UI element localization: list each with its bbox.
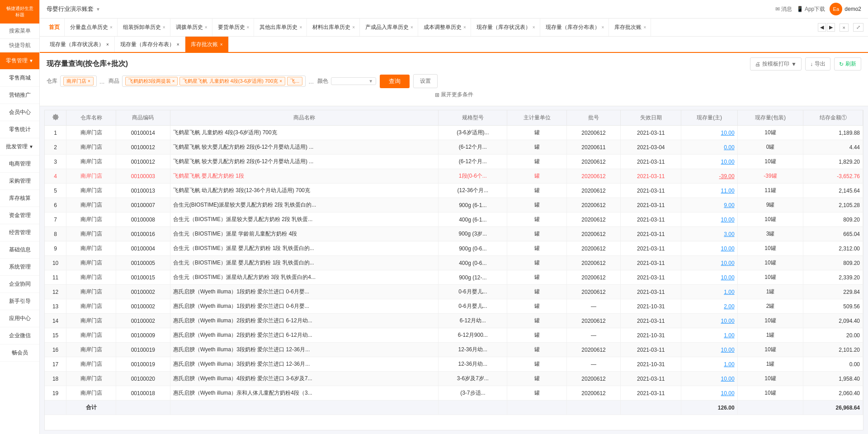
refresh-button[interactable]: ↻ 刷新 — [834, 57, 861, 71]
sidebar-item-营销推广[interactable]: 营销推广 — [0, 87, 39, 104]
qty-link[interactable]: 10.00 — [721, 130, 735, 136]
sidebar-item-应用中心[interactable]: 应用中心 — [0, 310, 39, 327]
table-cell-8[interactable]: 10.00 — [681, 155, 737, 169]
qty-link[interactable]: 10.00 — [721, 260, 735, 266]
sidebar-item-电商管理[interactable]: 电商管理 — [0, 156, 39, 173]
tab-close-icon[interactable]: × — [163, 25, 165, 30]
sidebar-item-采购管理[interactable]: 采购管理 — [0, 173, 39, 190]
top-tab-2[interactable]: 组装拆卸单历史× — [118, 19, 170, 37]
close-all-tabs-button[interactable]: × — [840, 24, 849, 32]
qty-link[interactable]: 9.00 — [724, 202, 734, 208]
qty-link[interactable]: 10.00 — [721, 159, 735, 165]
qty-link[interactable]: 0.00 — [724, 144, 734, 151]
top-tab-7[interactable]: 产成品入库单历史× — [361, 19, 418, 37]
sidebar-item-库存核算[interactable]: 库存核算 — [0, 190, 39, 207]
sidebar-item-零售商城[interactable]: 零售商城 — [0, 70, 39, 87]
warehouse-tag-remove[interactable]: × — [88, 79, 90, 84]
query-button[interactable]: 查询 — [380, 75, 410, 88]
export-button[interactable]: ↓ 导出 — [805, 57, 830, 71]
qty-link[interactable]: 10.00 — [721, 245, 735, 252]
warehouse-filter-input[interactable]: 南岸门店 × — [60, 75, 97, 87]
qty-link[interactable]: -39.00 — [719, 173, 735, 179]
color-filter-input[interactable]: ▼ — [331, 77, 376, 85]
qty-link[interactable]: 10.00 — [721, 274, 735, 281]
table-cell-8[interactable]: 10.00 — [681, 126, 737, 140]
tab-close-icon[interactable]: × — [352, 25, 355, 30]
sidebar-item-新手引导[interactable]: 新手引导 — [0, 293, 39, 310]
qty-link[interactable]: 1.00 — [724, 332, 734, 339]
sub-tab-1[interactable]: 现存量（库存分布表）× — [115, 37, 185, 52]
print-button[interactable]: 🖨 按模板打印 ▼ — [750, 57, 802, 71]
sidebar-search[interactable]: 搜索菜单 — [0, 24, 39, 39]
tab-close-icon[interactable]: × — [410, 25, 413, 30]
maximize-button[interactable]: ⤢ — [853, 23, 863, 32]
qty-link[interactable]: 2.00 — [724, 303, 734, 310]
product-filter-more[interactable]: ... — [308, 78, 314, 85]
table-cell-8[interactable]: 1.00 — [681, 285, 737, 299]
product-tag-remove[interactable]: × — [279, 79, 282, 84]
app-download-button[interactable]: 📱 App下载 — [797, 5, 825, 13]
tab-close-icon[interactable]: × — [463, 25, 466, 30]
tab-close-icon[interactable]: × — [205, 25, 208, 30]
sidebar-item-零售统计[interactable]: 零售统计 — [0, 121, 39, 138]
top-tab-10[interactable]: 现存量（库存分布表）× — [541, 19, 609, 37]
qty-link[interactable]: 3.00 — [724, 231, 734, 237]
user-menu[interactable]: Ea demo2 — [830, 3, 861, 15]
sidebar-item-零售管理[interactable]: 零售管理 ▼ — [0, 52, 39, 70]
sidebar-item-经营管理[interactable]: 经营管理 — [0, 224, 39, 241]
gear-icon[interactable] — [52, 114, 59, 120]
top-tab-11[interactable]: 库存批次账× — [610, 19, 651, 37]
qty-link[interactable]: 10.00 — [721, 376, 735, 382]
table-cell-8[interactable]: -39.00 — [681, 169, 737, 184]
expand-more-button[interactable]: ⊞ 展开更多条件 — [435, 91, 473, 99]
product-tag-remove[interactable]: × — [172, 79, 175, 84]
table-cell-8[interactable]: 3.00 — [681, 227, 737, 241]
top-tab-9[interactable]: 现存量（库存状况表）× — [472, 19, 540, 37]
table-cell-8[interactable]: 10.00 — [681, 314, 737, 328]
qty-link[interactable]: 10.00 — [721, 318, 735, 324]
sub-tab-2[interactable]: 库存批次账× — [185, 37, 229, 52]
sub-tab-close-icon[interactable]: × — [220, 42, 223, 47]
sidebar-item-会员中心[interactable]: 会员中心 — [0, 104, 39, 121]
qty-link[interactable]: 1.00 — [724, 289, 734, 295]
sidebar-item-企业协同[interactable]: 企业协同 — [0, 276, 39, 293]
sidebar-item-畅会员[interactable]: 畅会员 — [0, 344, 39, 362]
top-tab-5[interactable]: 其他出库单历史× — [255, 19, 307, 37]
sidebar-item-系统管理[interactable]: 系统管理 — [0, 259, 39, 276]
product-filter-input[interactable]: 飞鹤奶粉3段两提装×飞鹤星飞帆 儿童奶粉 4段(3-6岁适用) 700克×飞..… — [122, 75, 306, 87]
top-tab-8[interactable]: 成本调整单历史× — [419, 19, 471, 37]
sidebar-quick-nav[interactable]: 快捷导航 — [0, 39, 39, 52]
tab-close-icon[interactable]: × — [247, 25, 250, 30]
warehouse-filter-more[interactable]: ... — [99, 78, 105, 85]
qty-link[interactable]: 10.00 — [721, 217, 735, 223]
sub-tab-0[interactable]: 现存量（库存状况表）× — [44, 37, 115, 52]
tab-next-icon[interactable]: ▶ — [827, 23, 835, 32]
tab-close-icon[interactable]: × — [533, 25, 535, 30]
table-cell-8[interactable]: 10.00 — [681, 241, 737, 256]
settings-button[interactable]: 设置 — [413, 74, 438, 88]
table-cell-8[interactable]: 10.00 — [681, 343, 737, 357]
warehouse-selector[interactable]: 母婴行业演示账套 ▼ — [47, 5, 100, 13]
qty-link[interactable]: 11.00 — [721, 188, 735, 194]
table-cell-8[interactable]: 10.00 — [681, 386, 737, 401]
top-tab-0[interactable]: 首页 — [44, 19, 65, 37]
table-cell-8[interactable]: 0.00 — [681, 140, 737, 155]
sidebar-item-企业微信[interactable]: 企业微信 — [0, 327, 39, 344]
table-cell-8[interactable]: 10.00 — [681, 212, 737, 227]
qty-link[interactable]: 10.00 — [721, 347, 735, 353]
table-cell-8[interactable]: 1.00 — [681, 328, 737, 343]
tab-close-icon[interactable]: × — [643, 25, 646, 30]
top-tab-6[interactable]: 材料出库单历史× — [308, 19, 360, 37]
table-cell-8[interactable]: 11.00 — [681, 184, 737, 198]
message-button[interactable]: ✉ 消息 — [775, 5, 792, 13]
tab-close-icon[interactable]: × — [299, 25, 302, 30]
tab-close-icon[interactable]: × — [110, 25, 113, 30]
sidebar-item-批发管理[interactable]: 批发管理 ▼ — [0, 138, 39, 156]
sub-tab-close-icon[interactable]: × — [177, 42, 179, 47]
tab-prev-icon[interactable]: ◀ — [818, 23, 826, 32]
qty-link[interactable]: 1.00 — [724, 361, 734, 368]
sidebar-item-资金管理[interactable]: 资金管理 — [0, 207, 39, 224]
table-cell-8[interactable]: 10.00 — [681, 256, 737, 270]
table-cell-8[interactable]: 1.00 — [681, 357, 737, 372]
sub-tab-close-icon[interactable]: × — [106, 42, 109, 47]
